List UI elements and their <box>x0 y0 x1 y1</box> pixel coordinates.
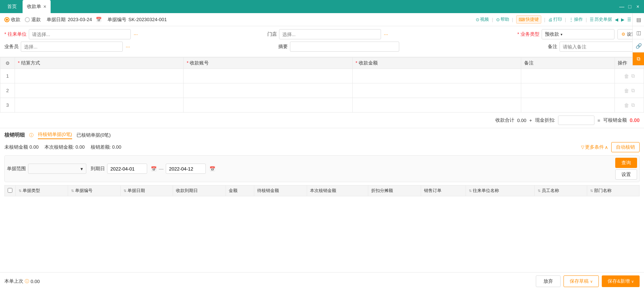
plus-sign: + <box>529 118 532 123</box>
salesperson-more-btn[interactable]: ··· <box>126 44 130 50</box>
action-link[interactable]: ⋮ 操作 <box>569 16 583 23</box>
toolbar-right-actions: ⊙ 视频 | ⊙ 帮助 | ⌨ 快捷键 | 🖨 打印 | ⋮ 操作 | ☰ 历史… <box>476 15 640 24</box>
account-cell-2[interactable] <box>184 83 352 98</box>
radio-receipt-circle <box>4 17 9 22</box>
radio-refund-circle <box>25 17 30 22</box>
writeoff-info-icon[interactable]: ⓘ <box>29 132 34 138</box>
summary-input[interactable] <box>290 42 399 52</box>
uncancelled-value: 0.00 <box>30 144 39 150</box>
query-button[interactable]: 查询 <box>615 158 637 168</box>
nav-left-button[interactable]: ◀ <box>615 17 618 22</box>
store-more-btn[interactable]: ··· <box>384 31 388 37</box>
settlement-cell-3[interactable] <box>15 98 184 113</box>
row-num-3: 3 <box>0 98 15 113</box>
store-input[interactable] <box>279 29 381 39</box>
bottom-table: ⇅ 单据类型 ⇅ 单据编号 ⇅ 单据日期 收款到期日 金额 <box>4 185 640 196</box>
diff-stat: 核销差额: 0.00 <box>91 144 122 150</box>
delete-row1-icon[interactable]: 🗑 <box>624 73 629 79</box>
copy-row3-icon[interactable]: ⧉ <box>631 102 635 108</box>
receipt-table: ⚙ 结算方式 收款账号 收款金额 备注 操作 1 <box>0 57 644 113</box>
close-tab-icon[interactable]: × <box>43 4 46 9</box>
due-date-end-calendar-icon[interactable]: 📅 <box>209 166 215 172</box>
amount-cell-2[interactable] <box>352 83 521 98</box>
sidebar-icon-2[interactable]: ◫ <box>633 26 644 39</box>
footer-info-icon[interactable]: ⓘ <box>25 278 29 285</box>
delete-row3-icon[interactable]: 🗑 <box>624 102 629 108</box>
account-cell-3[interactable] <box>184 98 352 113</box>
radio-refund-label: 退款 <box>31 16 41 23</box>
prev-label: 本单上次 <box>4 278 23 285</box>
sidebar-icon-3[interactable]: 🔗 <box>633 39 644 52</box>
counterparty-input[interactable] <box>29 29 131 39</box>
discount-input[interactable] <box>558 115 594 125</box>
amount-cell-3[interactable] <box>352 98 521 113</box>
amount-cell-1[interactable] <box>352 69 521 83</box>
video-link[interactable]: ⊙ 视频 <box>476 16 489 23</box>
filter-setting-button[interactable]: 设置 <box>615 169 637 180</box>
copy-row2-icon[interactable]: ⧉ <box>631 87 635 94</box>
salesperson-field: 业务员 ··· <box>4 42 130 52</box>
this-time-stat: 本次核销金额: 0.00 <box>44 144 85 150</box>
tab-pending[interactable]: 待核销单据(0笔) <box>38 131 72 139</box>
minimize-button[interactable]: — <box>619 3 625 10</box>
receipt-type-group: 收款 退款 <box>4 16 41 23</box>
nav-home[interactable]: 首页 <box>3 0 21 13</box>
col-number-header: ⇅ 单据编号 <box>68 185 121 196</box>
col-date-header: ⇅ 单据日期 <box>121 185 173 196</box>
calendar-icon[interactable]: 📅 <box>96 17 102 22</box>
business-type-select[interactable]: 预收款 ▾ <box>542 29 614 39</box>
tab-done[interactable]: 已核销单据(0笔) <box>76 132 111 138</box>
delete-row2-icon[interactable]: 🗑 <box>624 88 629 94</box>
due-date-start-calendar-icon[interactable]: 📅 <box>151 166 157 172</box>
action-cell-2: 🗑 ⧉ <box>615 83 644 98</box>
sidebar-icon-1[interactable]: ▤ <box>633 13 644 26</box>
help-link[interactable]: ⊙ 帮助 <box>496 16 509 23</box>
save-draft-button[interactable]: 保存草稿 ∨ <box>564 275 599 287</box>
net-label: 可核销金额 <box>603 117 627 124</box>
due-date-start-input[interactable] <box>107 164 147 174</box>
radio-receipt-label: 收款 <box>11 16 20 23</box>
sidebar-icon-4[interactable]: ⧉ <box>633 52 644 66</box>
nav-right-button[interactable]: ▶ <box>621 17 624 22</box>
action-cell-1: 🗑 ⧉ <box>615 69 644 83</box>
history-link[interactable]: ☰ 历史单据 <box>590 16 612 23</box>
copy-row1-icon[interactable]: ⧉ <box>631 73 635 79</box>
due-date-end-input[interactable] <box>166 164 206 174</box>
counterparty-more-btn[interactable]: ··· <box>134 31 138 37</box>
maximize-button[interactable]: □ <box>627 3 633 10</box>
date-label: 单据日期 <box>47 16 66 23</box>
table-gear-icon[interactable]: ⚙ <box>5 60 10 66</box>
discard-button[interactable]: 放弃 <box>536 275 561 287</box>
form-area: 往来单位 ··· 门店 ··· 业务类型 预收款 ▾ ⚙ <box>0 26 644 57</box>
filter-actions: 查询 设置 <box>615 158 637 180</box>
settlement-cell-2[interactable] <box>15 83 184 98</box>
salesperson-input[interactable] <box>21 42 123 52</box>
remark-cell-3[interactable] <box>521 98 615 113</box>
range-chevron-icon: ▾ <box>80 166 83 172</box>
table-row: 3 🗑 ⧉ <box>0 98 644 113</box>
save-new-button[interactable]: 保存&新增 ∨ <box>602 275 640 287</box>
radio-receipt[interactable]: 收款 <box>4 16 20 23</box>
account-cell-1[interactable] <box>184 69 352 83</box>
auto-writeoff-button[interactable]: 自动核销 <box>611 142 640 152</box>
col-remark-header: 备注 <box>521 58 615 69</box>
settlement-cell-1[interactable] <box>15 69 184 83</box>
range-filter-select[interactable]: ▾ <box>28 164 86 174</box>
print-link[interactable]: 🖨 打印 <box>548 16 562 23</box>
remark-input[interactable] <box>559 42 640 52</box>
save-draft-label: 保存草稿 <box>570 278 589 285</box>
remark-cell-1[interactable] <box>521 69 615 83</box>
counterparty-label: 往来单位 <box>4 31 27 38</box>
shortcut-button[interactable]: ⌨ 快捷键 <box>516 15 541 24</box>
due-date-label: 到期日 <box>91 165 105 172</box>
salesperson-label: 业务员 <box>4 43 19 50</box>
more-conditions-button[interactable]: ▽ 更多条件 ∧ <box>581 144 608 150</box>
close-window-button[interactable]: × <box>635 3 641 10</box>
total-label: 收款合计 <box>495 117 514 124</box>
layout-icon[interactable]: ☰ <box>627 17 631 22</box>
nav-tab-receipt[interactable]: 收款单 × <box>23 0 51 13</box>
business-type-label: 业务类型 <box>517 31 539 38</box>
radio-refund[interactable]: 退款 <box>25 16 41 23</box>
remark-cell-2[interactable] <box>521 83 615 98</box>
select-all-checkbox[interactable] <box>8 188 12 193</box>
